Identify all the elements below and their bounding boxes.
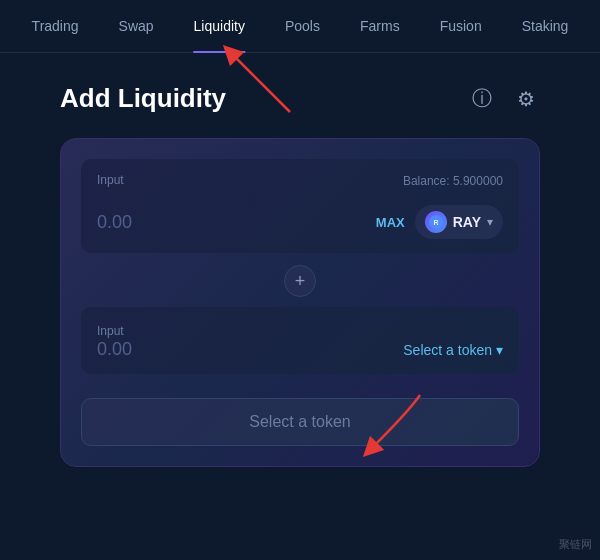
page-header: Add Liquidity ⓘ ⚙ [60, 83, 540, 114]
input2-row: 0.00 Select a token ▾ [97, 339, 503, 360]
svg-text:R: R [433, 219, 438, 226]
plus-button[interactable]: + [284, 265, 316, 297]
input-box-2: Input 0.00 Select a token ▾ [81, 307, 519, 374]
liquidity-card: Input Balance: 5.900000 0.00 MAX R RAY [60, 138, 540, 467]
nav-farms[interactable]: Farms [360, 14, 400, 38]
input1-right: MAX R RAY ▾ [376, 205, 503, 239]
navigation: Trading Swap Liquidity Pools Farms Fusio… [0, 0, 600, 53]
header-icons: ⓘ ⚙ [468, 85, 540, 113]
select-token-label: Select a token [403, 342, 492, 358]
nav-liquidity[interactable]: Liquidity [194, 14, 245, 38]
input2-label: Input [97, 324, 124, 338]
settings-icon[interactable]: ⚙ [512, 85, 540, 113]
info-icon[interactable]: ⓘ [468, 85, 496, 113]
nav-fusion[interactable]: Fusion [440, 14, 482, 38]
nav-staking[interactable]: Staking [522, 14, 569, 38]
token-name-ray: RAY [453, 214, 481, 230]
input1-value[interactable]: 0.00 [97, 212, 132, 233]
watermark: 聚链网 [559, 537, 592, 552]
nav-pools[interactable]: Pools [285, 14, 320, 38]
input-box-1: Input Balance: 5.900000 0.00 MAX R RAY [81, 159, 519, 253]
page-title: Add Liquidity [60, 83, 226, 114]
input1-balance: Balance: 5.900000 [403, 174, 503, 188]
token-selector-ray[interactable]: R RAY ▾ [415, 205, 503, 239]
input1-row: 0.00 MAX R RAY ▾ [97, 205, 503, 239]
select-token-button[interactable]: Select a token [81, 398, 519, 446]
token-select-trigger[interactable]: Select a token ▾ [403, 342, 503, 358]
ray-token-icon: R [425, 211, 447, 233]
select-token-chevron: ▾ [496, 342, 503, 358]
max-button[interactable]: MAX [376, 215, 405, 230]
main-content: Add Liquidity ⓘ ⚙ Input Balance: 5.90000… [0, 53, 600, 487]
input2-value[interactable]: 0.00 [97, 339, 132, 360]
plus-divider: + [81, 265, 519, 297]
chevron-down-icon: ▾ [487, 215, 493, 229]
input1-label: Input [97, 173, 124, 187]
nav-trading[interactable]: Trading [32, 14, 79, 38]
nav-swap[interactable]: Swap [119, 14, 154, 38]
